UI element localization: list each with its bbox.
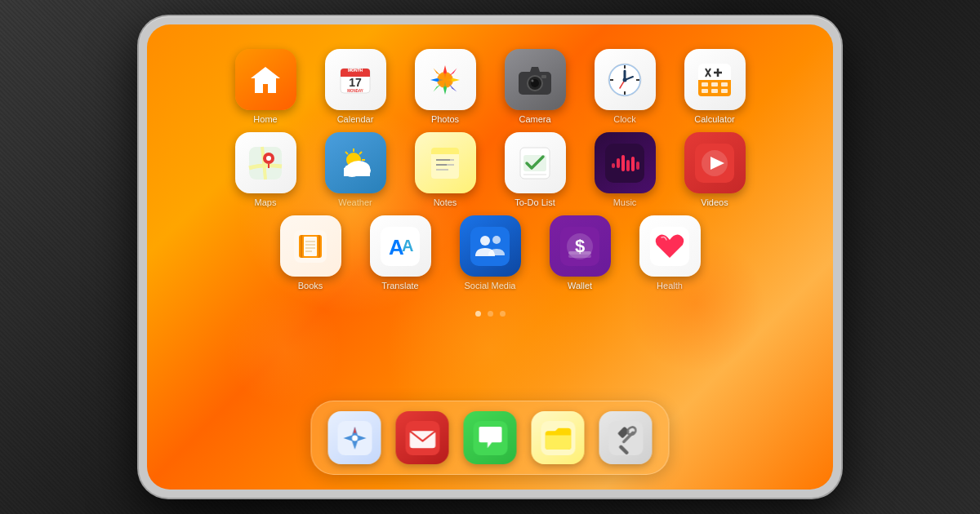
svg-text:A: A <box>402 237 413 255</box>
app-camera[interactable]: Camera <box>498 49 572 124</box>
app-grid: Home MONTH MONTH 17 MONDAY <box>147 24 833 307</box>
page-indicator <box>147 311 833 317</box>
app-clock[interactable]: Clock <box>588 49 662 124</box>
app-calculator[interactable]: Calculator <box>678 49 751 124</box>
svg-point-87 <box>480 236 490 246</box>
svg-rect-67 <box>621 155 625 171</box>
tablet-device: Home MONTH MONTH 17 MONDAY <box>139 16 841 498</box>
app-row-2: Maps <box>229 132 751 207</box>
svg-rect-52 <box>344 171 370 176</box>
svg-rect-14 <box>541 75 546 78</box>
svg-rect-37 <box>711 89 718 93</box>
svg-rect-34 <box>711 82 718 86</box>
svg-rect-38 <box>721 89 728 93</box>
dock-app-compass[interactable] <box>328 411 381 464</box>
svg-line-46 <box>359 152 362 154</box>
app-music[interactable]: Music <box>588 132 662 207</box>
svg-text:17: 17 <box>349 76 362 89</box>
app-home[interactable]: Home <box>229 49 302 124</box>
svg-rect-86 <box>470 227 510 266</box>
dock-app-tools[interactable] <box>599 411 653 464</box>
svg-text:MONDAY: MONDAY <box>347 89 363 93</box>
svg-rect-36 <box>702 89 708 93</box>
app-row-1: Home MONTH MONTH 17 MONDAY <box>229 49 751 124</box>
svg-rect-93 <box>568 255 591 258</box>
svg-point-88 <box>492 236 501 244</box>
page-dot-1[interactable] <box>475 311 481 317</box>
page-dot-3[interactable] <box>500 311 506 317</box>
svg-rect-69 <box>631 157 635 171</box>
svg-rect-78 <box>304 237 317 256</box>
svg-rect-66 <box>617 158 620 168</box>
app-row-3: Books A A Translate <box>274 215 706 290</box>
app-weather[interactable]: Weather <box>318 132 392 207</box>
app-videos[interactable]: Videos <box>678 132 751 207</box>
svg-rect-68 <box>626 160 630 171</box>
app-todo[interactable]: To-Do List <box>498 132 572 207</box>
svg-rect-92 <box>568 251 591 255</box>
app-translate[interactable]: A A Translate <box>363 215 437 290</box>
app-maps[interactable]: Maps <box>229 132 302 207</box>
svg-point-8 <box>439 73 452 86</box>
svg-line-47 <box>345 152 348 154</box>
app-notes[interactable]: Notes <box>408 132 482 207</box>
svg-rect-33 <box>702 82 708 86</box>
svg-point-13 <box>532 79 534 82</box>
svg-rect-70 <box>636 162 639 170</box>
svg-text:MONTH: MONTH <box>350 68 362 72</box>
dock-app-messages[interactable] <box>464 411 517 464</box>
app-social[interactable]: Social Media <box>453 215 527 290</box>
svg-point-24 <box>623 78 627 82</box>
home-screen: Home MONTH MONTH 17 MONDAY <box>147 24 833 490</box>
svg-point-42 <box>266 156 271 161</box>
dock-app-files[interactable] <box>532 411 585 464</box>
svg-rect-55 <box>431 151 459 154</box>
app-dock <box>311 401 670 475</box>
app-wallet[interactable]: $ Wallet <box>543 215 617 290</box>
svg-rect-35 <box>721 82 728 86</box>
svg-rect-65 <box>612 163 615 168</box>
app-books[interactable]: Books <box>274 215 347 290</box>
page-dot-2[interactable] <box>488 311 493 317</box>
dock-app-mail[interactable] <box>396 411 449 464</box>
app-photos[interactable]: Photos <box>408 49 482 124</box>
app-health[interactable]: Health <box>633 215 706 290</box>
app-calendar[interactable]: MONTH MONTH 17 MONDAY Calendar <box>318 49 392 124</box>
svg-point-97 <box>352 435 358 441</box>
